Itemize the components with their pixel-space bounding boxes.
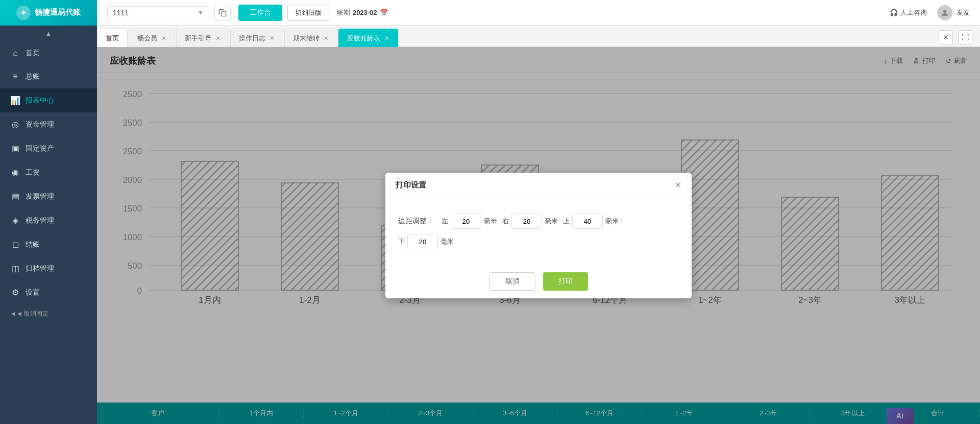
sidebar-label-assets: 固定资产 bbox=[26, 144, 54, 153]
tab-yearend-close[interactable]: ✕ bbox=[324, 35, 329, 42]
top-margin-input[interactable] bbox=[572, 214, 603, 229]
sidebar-item-settings[interactable]: ⚙ 设置 bbox=[0, 280, 97, 304]
calendar-icon[interactable]: 📅 bbox=[380, 9, 388, 16]
sidebar-item-settle[interactable]: ◻ 结账 bbox=[0, 232, 97, 256]
cancel-button[interactable]: 取消 bbox=[489, 272, 535, 291]
period-label: 账期 bbox=[337, 8, 350, 17]
switch-version-button[interactable]: 切到旧版 bbox=[287, 5, 329, 21]
tab-oplog[interactable]: 操作日志 ✕ bbox=[230, 29, 283, 47]
settings-icon: ⚙ bbox=[10, 288, 20, 297]
margin-left-group: 左 毫米 bbox=[442, 214, 497, 229]
sidebar-item-funds[interactable]: ◎ 资金管理 bbox=[0, 112, 97, 136]
svg-rect-0 bbox=[222, 12, 226, 16]
tab-guide[interactable]: 新手引导 ✕ bbox=[176, 29, 229, 47]
user-avatar bbox=[937, 5, 952, 20]
sidebar-label-archive: 归档管理 bbox=[26, 264, 54, 273]
sidebar-label-invoices: 发票管理 bbox=[26, 192, 54, 201]
sidebar-label-funds: 资金管理 bbox=[26, 120, 54, 129]
main-layout: ▲ ⌂ 首页 ≡ 总账 📊 报表中心 ◎ 资金管理 ▣ 固定资产 ◉ 工资 ▤ … bbox=[0, 26, 980, 424]
margin-right-group: 右 毫米 bbox=[502, 214, 558, 229]
page-content: 应收账龄表 ↓ 下载 🖶 打印 ↺ 刷新 bbox=[97, 47, 980, 424]
sidebar-item-reports[interactable]: 📊 报表中心 bbox=[0, 88, 97, 112]
archive-icon: ◫ bbox=[10, 264, 20, 273]
dialog-close-button[interactable]: ✕ bbox=[675, 180, 681, 190]
bottom-unit-label: 毫米 bbox=[440, 237, 454, 246]
invoices-icon: ▤ bbox=[10, 192, 20, 201]
assets-icon: ▣ bbox=[10, 144, 20, 153]
sidebar-label-settings: 设置 bbox=[26, 288, 40, 297]
tab-bar-actions: ✕ ⛶ bbox=[939, 30, 980, 46]
tab-member[interactable]: 畅会员 ✕ bbox=[129, 29, 175, 47]
tab-aging-label: 应收账龄表 bbox=[347, 34, 380, 43]
ledger-icon: ≡ bbox=[10, 72, 20, 81]
user-area[interactable]: 友友 bbox=[937, 5, 970, 20]
tab-expand-button[interactable]: ⛶ bbox=[958, 30, 972, 44]
sidebar: ▲ ⌂ 首页 ≡ 总账 📊 报表中心 ◎ 资金管理 ▣ 固定资产 ◉ 工资 ▤ … bbox=[0, 26, 97, 424]
dialog-header: 打印设置 ✕ bbox=[385, 173, 692, 198]
sidebar-label-settle: 结账 bbox=[26, 240, 40, 249]
tab-guide-close[interactable]: ✕ bbox=[215, 35, 220, 42]
bottom-direction-label: 下 bbox=[398, 237, 405, 246]
sidebar-label-tax: 税务管理 bbox=[26, 216, 54, 225]
top-direction-label: 上 bbox=[563, 217, 570, 226]
tab-oplog-label: 操作日志 bbox=[239, 34, 265, 43]
top-unit-label: 毫米 bbox=[605, 217, 619, 226]
dialog-footer: 取消 打印 bbox=[385, 265, 692, 298]
dropdown-icon: ▼ bbox=[198, 9, 204, 16]
logo-text: 畅捷通易代账 bbox=[35, 8, 81, 17]
settle-icon: ◻ bbox=[10, 240, 20, 249]
company-selector[interactable]: 1111 ▼ bbox=[107, 6, 209, 19]
cancel-fix-button[interactable]: ◄◄ 取消固定 bbox=[0, 304, 97, 323]
tab-member-close[interactable]: ✕ bbox=[161, 35, 166, 42]
logo-area: ✦ 畅捷通易代账 bbox=[0, 0, 97, 26]
home-icon: ⌂ bbox=[10, 49, 20, 58]
sidebar-label-ledger: 总账 bbox=[26, 72, 40, 81]
cancel-fix-label: ◄◄ 取消固定 bbox=[10, 310, 48, 318]
company-name: 1111 bbox=[113, 9, 193, 17]
copy-button[interactable] bbox=[214, 5, 231, 21]
margin-settings: 边距调整： 左 毫米 右 毫米 bbox=[398, 214, 679, 249]
period-value: 2023-02 bbox=[353, 9, 377, 16]
sidebar-item-assets[interactable]: ▣ 固定资产 bbox=[0, 136, 97, 160]
consultation-button[interactable]: 🎧 人工咨询 bbox=[890, 8, 927, 17]
workbench-button[interactable]: 工作台 bbox=[238, 5, 282, 21]
header-right: 🎧 人工咨询 友友 bbox=[890, 5, 970, 20]
tab-oplog-close[interactable]: ✕ bbox=[270, 35, 275, 42]
sidebar-item-invoices[interactable]: ▤ 发票管理 bbox=[0, 184, 97, 208]
sidebar-item-ledger[interactable]: ≡ 总账 bbox=[0, 65, 97, 88]
tab-close-all-button[interactable]: ✕ bbox=[939, 30, 953, 44]
right-unit-label: 毫米 bbox=[545, 217, 558, 226]
sidebar-item-salary[interactable]: ◉ 工资 bbox=[0, 160, 97, 184]
sidebar-scroll-up[interactable]: ▲ bbox=[0, 26, 97, 41]
bottom-margin-input[interactable] bbox=[407, 234, 438, 249]
sidebar-item-archive[interactable]: ◫ 归档管理 bbox=[0, 256, 97, 280]
left-margin-input[interactable] bbox=[451, 214, 481, 229]
margin-top-group: 上 毫米 bbox=[563, 214, 619, 229]
tab-home[interactable]: 首页 bbox=[97, 29, 128, 47]
tab-member-label: 畅会员 bbox=[137, 34, 157, 43]
right-margin-input[interactable] bbox=[511, 214, 542, 229]
period-area: 账期 2023-02 📅 bbox=[337, 8, 388, 17]
margin-label: 边距调整： bbox=[398, 217, 434, 226]
tab-yearend[interactable]: 期末结转 ✕ bbox=[284, 29, 337, 47]
tab-aging-close[interactable]: ✕ bbox=[384, 35, 389, 42]
sidebar-item-tax[interactable]: ◈ 税务管理 bbox=[0, 208, 97, 232]
dialog-overlay: 打印设置 ✕ 边距调整： 左 毫米 右 bbox=[97, 47, 980, 424]
user-name: 友友 bbox=[957, 8, 970, 17]
tab-aging[interactable]: 应收账龄表 ✕ bbox=[338, 29, 398, 47]
tab-guide-label: 新手引导 bbox=[185, 34, 211, 43]
sidebar-item-home[interactable]: ⌂ 首页 bbox=[0, 41, 97, 65]
print-settings-dialog: 打印设置 ✕ 边距调整： 左 毫米 右 bbox=[385, 173, 692, 298]
left-direction-label: 左 bbox=[442, 217, 448, 226]
sidebar-label-home: 首页 bbox=[26, 49, 40, 58]
svg-point-1 bbox=[943, 10, 946, 13]
salary-icon: ◉ bbox=[10, 168, 20, 177]
print-confirm-button[interactable]: 打印 bbox=[543, 272, 588, 291]
tax-icon: ◈ bbox=[10, 216, 20, 225]
tab-yearend-label: 期末结转 bbox=[293, 34, 320, 43]
content-area: 首页 畅会员 ✕ 新手引导 ✕ 操作日志 ✕ 期末结转 ✕ 应收账龄表 ✕ bbox=[97, 26, 980, 424]
funds-icon: ◎ bbox=[10, 120, 20, 129]
left-unit-label: 毫米 bbox=[484, 217, 497, 226]
top-header: ✦ 畅捷通易代账 1111 ▼ 工作台 切到旧版 账期 2023-02 📅 🎧 … bbox=[0, 0, 980, 26]
tab-bar: 首页 畅会员 ✕ 新手引导 ✕ 操作日志 ✕ 期末结转 ✕ 应收账龄表 ✕ bbox=[97, 26, 980, 47]
